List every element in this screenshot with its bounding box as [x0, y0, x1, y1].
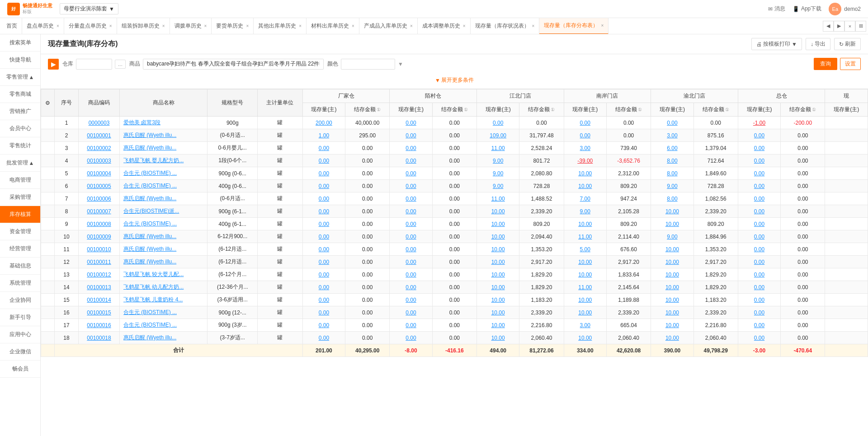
sidebar-item-wechat[interactable]: 企业微信 — [0, 343, 40, 361]
row-c5-qty[interactable]: 10.00 — [651, 256, 693, 268]
row-t-qty[interactable]: 0.00 — [738, 129, 780, 142]
row-t-qty[interactable]: 0.00 — [738, 192, 780, 205]
tab-4[interactable]: 要货单历史 × — [212, 18, 254, 34]
row-c4-qty[interactable]: 10.00 — [564, 218, 606, 230]
sidebar-item-inventory[interactable]: 库存核算 — [0, 206, 40, 223]
tab-7[interactable]: 产成品入库单历史 × — [359, 18, 418, 34]
row-t-qty[interactable]: 0.00 — [738, 155, 780, 167]
row-name[interactable]: 合生元 (BIOSTIME) ... — [120, 167, 208, 180]
sidebar-item-apps[interactable]: 应用中心 — [0, 326, 40, 343]
row-c3-qty[interactable]: 10.00 — [476, 332, 519, 344]
row-c5-qty[interactable]: 10.00 — [651, 306, 693, 319]
row-c1-qty[interactable]: 1.00 — [302, 129, 345, 142]
tab-5[interactable]: 其他出库单历史 × — [254, 18, 307, 34]
close-tab-0[interactable]: × — [57, 23, 59, 28]
filter-toggle-btn[interactable]: ▶ — [48, 59, 59, 70]
app-download-btn[interactable]: 📱 App下载 — [793, 5, 821, 13]
row-name[interactable]: 惠氏启醒 (Wyeth illu... — [120, 332, 208, 344]
row-c2-qty[interactable]: 0.00 — [390, 155, 432, 167]
row-c5-qty[interactable]: 9.00 — [651, 230, 693, 243]
row-c4-qty[interactable]: 0.00 — [564, 117, 606, 129]
row-code[interactable]: 00100004 — [79, 167, 120, 180]
warehouse-input[interactable] — [76, 59, 112, 70]
row-c1-qty[interactable]: 0.00 — [302, 155, 345, 167]
sidebar-item-wholesale[interactable]: 批发管理 ▲ — [0, 155, 40, 172]
row-c4-qty[interactable]: 10.00 — [564, 167, 606, 180]
row-name[interactable]: 飞鹤星飞帆 婴儿配方奶... — [120, 155, 208, 167]
nav-close-btn[interactable]: × — [844, 21, 855, 32]
row-code[interactable]: 00100006 — [79, 192, 120, 205]
row-t-qty[interactable]: 0.00 — [738, 205, 780, 218]
query-btn[interactable]: 查询 — [814, 58, 837, 70]
row-c5-qty[interactable]: 10.00 — [651, 332, 693, 344]
row-c2-qty[interactable]: 0.00 — [390, 205, 432, 218]
row-c3-qty[interactable]: 10.00 — [476, 268, 519, 281]
row-name[interactable]: 惠氏启醒 (Wyeth illu... — [120, 230, 208, 243]
row-c5-qty[interactable]: 10.00 — [651, 243, 693, 256]
nav-expand-btn[interactable]: ⊞ — [855, 21, 866, 32]
row-code[interactable]: 00100003 — [79, 155, 120, 167]
expand-filter-btn[interactable]: ▼ 展开更多条件 — [435, 76, 474, 84]
sidebar-item-base[interactable]: 基础信息 — [0, 258, 40, 275]
row-t-qty[interactable]: 0.00 — [738, 243, 780, 256]
row-t-qty[interactable]: -1.00 — [738, 117, 780, 129]
close-tab-5[interactable]: × — [299, 23, 302, 28]
row-c3-qty[interactable]: 9.00 — [476, 180, 519, 192]
row-c3-qty[interactable]: 10.00 — [476, 294, 519, 306]
close-tab-1[interactable]: × — [109, 23, 112, 28]
row-t-qty[interactable]: 0.00 — [738, 142, 780, 155]
row-c1-qty[interactable]: 0.00 — [302, 230, 345, 243]
tab-8[interactable]: 成本调整单历史 × — [418, 18, 471, 34]
nav-prev-btn[interactable]: ◀ — [823, 21, 834, 32]
close-tab-2[interactable]: × — [162, 23, 165, 28]
row-t-qty[interactable]: 0.00 — [738, 306, 780, 319]
row-code[interactable]: 00100014 — [79, 294, 120, 306]
row-c2-qty[interactable]: 0.00 — [390, 268, 432, 281]
row-c4-qty[interactable]: 5.00 — [564, 243, 606, 256]
row-c5-qty[interactable]: 6.00 — [651, 142, 693, 155]
row-name[interactable]: 合生元 (BIOSTIME) ... — [120, 306, 208, 319]
sidebar-item-marketing[interactable]: 营销推广 — [0, 103, 40, 120]
row-name[interactable]: 飞鹤星飞帆 儿童奶粉 4... — [120, 294, 208, 306]
row-c3-qty[interactable]: 11.00 — [476, 142, 519, 155]
sidebar-item-retail-shop[interactable]: 零售商城 — [0, 86, 40, 103]
tab-10[interactable]: 现存量（库存分布表） × — [539, 18, 609, 34]
row-c1-qty[interactable]: 0.00 — [302, 192, 345, 205]
row-c3-qty[interactable]: 0.00 — [476, 117, 519, 129]
row-code[interactable]: 00100009 — [79, 230, 120, 243]
row-name[interactable]: 惠氏启醒 (Wyeth illu... — [120, 129, 208, 142]
row-c2-qty[interactable]: 0.00 — [390, 281, 432, 294]
row-code[interactable]: 0000003 — [79, 117, 120, 129]
row-c2-qty[interactable]: 0.00 — [390, 332, 432, 344]
row-code[interactable]: 00100001 — [79, 129, 120, 142]
row-c1-qty[interactable]: 0.00 — [302, 268, 345, 281]
row-c5-qty[interactable]: 10.00 — [651, 319, 693, 332]
print-btn[interactable]: 🖨 按模板打印 ▼ — [751, 38, 802, 50]
row-name[interactable]: 合生元(BIOSTIME)派... — [120, 205, 208, 218]
row-c3-qty[interactable]: 9.00 — [476, 167, 519, 180]
row-c1-qty[interactable]: 200.00 — [302, 117, 345, 129]
sidebar-item-guide[interactable]: 新手引导 — [0, 309, 40, 326]
row-name[interactable]: 惠氏启醒 (Wyeth illu... — [120, 192, 208, 205]
close-tab-7[interactable]: × — [410, 23, 413, 28]
row-c3-qty[interactable]: 10.00 — [476, 281, 519, 294]
refresh-btn[interactable]: ↻ 刷新 — [834, 38, 861, 50]
row-c1-qty[interactable]: 0.00 — [302, 205, 345, 218]
row-name[interactable]: 飞鹤星飞帆 幼儿配方奶... — [120, 281, 208, 294]
sidebar-item-biz[interactable]: 经营管理 — [0, 240, 40, 258]
row-c4-qty[interactable]: 7.00 — [564, 192, 606, 205]
row-c2-qty[interactable]: 0.00 — [390, 142, 432, 155]
row-c3-qty[interactable]: 9.00 — [476, 155, 519, 167]
row-c5-qty[interactable]: 9.00 — [651, 180, 693, 192]
row-c3-qty[interactable]: 10.00 — [476, 319, 519, 332]
row-t-qty[interactable]: 0.00 — [738, 218, 780, 230]
warehouse-ellipsis-btn[interactable]: ... — [115, 60, 126, 69]
row-c2-qty[interactable]: 0.00 — [390, 306, 432, 319]
row-c3-qty[interactable]: 10.00 — [476, 256, 519, 268]
row-name[interactable]: 合生元 (BIOSTIME) ... — [120, 180, 208, 192]
row-c3-qty[interactable]: 109.00 — [476, 129, 519, 142]
row-c4-qty[interactable]: 10.00 — [564, 306, 606, 319]
row-c4-qty[interactable]: 11.00 — [564, 281, 606, 294]
close-tab-10[interactable]: × — [601, 23, 604, 28]
sidebar-item-member[interactable]: 会员中心 — [0, 120, 40, 137]
